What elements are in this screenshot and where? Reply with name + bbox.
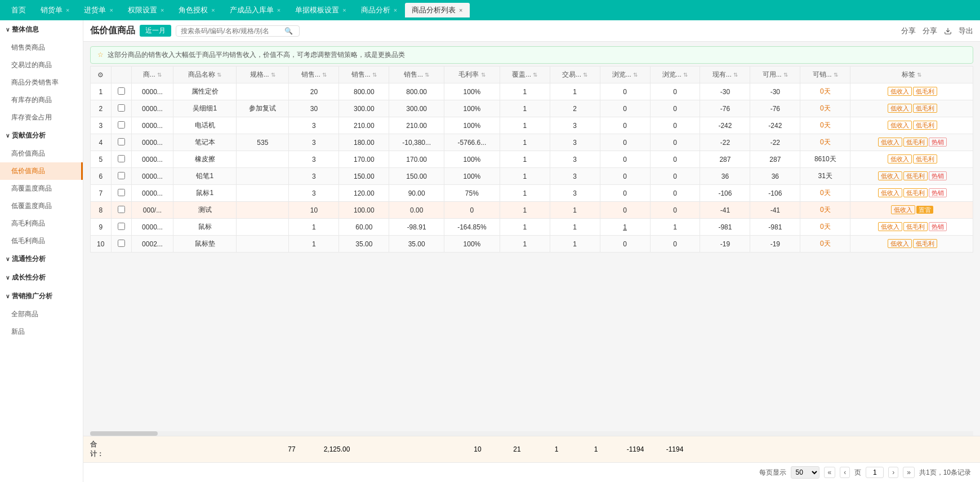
- prev-page-button[interactable]: ‹: [840, 467, 850, 478]
- filter-tag[interactable]: 近一月: [140, 25, 171, 37]
- col-header-商...[interactable]: 商... ⇅: [131, 67, 173, 83]
- sort-icon[interactable]: ⇅: [157, 72, 162, 78]
- col-header-可销...[interactable]: 可销... ⇅: [800, 67, 850, 83]
- row-select-checkbox[interactable]: [118, 138, 125, 145]
- row-checkbox[interactable]: [111, 202, 131, 219]
- row-checkbox[interactable]: [111, 168, 131, 185]
- row-select-checkbox[interactable]: [118, 172, 125, 179]
- col-header-标签[interactable]: 标签 ⇅: [850, 67, 973, 83]
- nav-close-icon[interactable]: ×: [109, 7, 113, 14]
- col-header-销售...[interactable]: 销售... ⇅: [389, 67, 444, 83]
- sidebar-item-高价值商品[interactable]: 高价值商品: [0, 145, 83, 162]
- sort-icon[interactable]: ⇅: [217, 72, 221, 78]
- row-select-checkbox[interactable]: [118, 240, 125, 247]
- col-header-交易...[interactable]: 交易... ⇅: [550, 67, 600, 83]
- search-input[interactable]: [181, 27, 282, 35]
- nav-close-icon[interactable]: ×: [161, 7, 164, 14]
- col-header-毛利率[interactable]: 毛利率 ⇅: [444, 67, 500, 83]
- sidebar-group-贡献值分析[interactable]: ∨ 贡献值分析: [0, 126, 83, 145]
- nav-close-icon[interactable]: ×: [394, 7, 397, 14]
- nav-close-icon[interactable]: ×: [459, 7, 462, 14]
- row-select-checkbox[interactable]: [118, 104, 125, 112]
- sidebar-group-流通性分析[interactable]: ∨ 流通性分析: [0, 250, 83, 268]
- nav-item-产成品入库单[interactable]: 产成品入库单×: [223, 3, 287, 17]
- sort-icon[interactable]: ⇅: [481, 72, 485, 78]
- col-header-可用...[interactable]: 可用... ⇅: [750, 67, 800, 83]
- sidebar-group-整体信息[interactable]: ∨ 整体信息: [0, 20, 83, 39]
- sort-icon[interactable]: ⇅: [834, 72, 838, 78]
- sort-icon[interactable]: ⇅: [633, 72, 638, 78]
- sort-icon[interactable]: ⇅: [322, 72, 327, 78]
- row-checkbox[interactable]: [111, 117, 131, 134]
- row-checkbox[interactable]: [111, 219, 131, 236]
- row-checkbox[interactable]: [111, 100, 131, 117]
- sidebar-item-高毛利商品[interactable]: 高毛利商品: [0, 215, 83, 232]
- row-browse1[interactable]: 0: [600, 202, 650, 219]
- nav-item-权限设置[interactable]: 权限设置×: [121, 3, 171, 17]
- last-page-button[interactable]: »: [903, 467, 915, 478]
- col-header-销售...[interactable]: 销售... ⇅: [289, 67, 339, 83]
- nav-close-icon[interactable]: ×: [277, 7, 280, 14]
- export-button[interactable]: [944, 26, 952, 36]
- sidebar-item-低价值商品[interactable]: 低价值商品: [0, 162, 83, 180]
- nav-item-商品分析列表[interactable]: 商品分析列表×: [405, 3, 469, 17]
- sidebar-group-成长性分析[interactable]: ∨ 成长性分析: [0, 268, 83, 287]
- sidebar-item-有库存的商品[interactable]: 有库存的商品: [0, 91, 83, 109]
- row-browse1[interactable]: 1: [600, 219, 650, 236]
- search-icon[interactable]: 🔍: [284, 27, 293, 35]
- col-header-规格...[interactable]: 规格... ⇅: [237, 67, 289, 83]
- row-checkbox[interactable]: [111, 185, 131, 202]
- col-header-浏览...[interactable]: 浏览... ⇅: [600, 67, 650, 83]
- sidebar-group-营销推广分析[interactable]: ∨ 营销推广分析: [0, 287, 83, 306]
- nav-item-单据模板设置[interactable]: 单据模板设置×: [288, 3, 353, 17]
- nav-close-icon[interactable]: ×: [211, 7, 215, 14]
- share-label[interactable]: 分享: [923, 26, 937, 36]
- row-checkbox[interactable]: [111, 236, 131, 253]
- nav-item-进货单[interactable]: 进货单×: [77, 3, 119, 17]
- sidebar-item-新品[interactable]: 新品: [0, 323, 83, 341]
- row-browse1[interactable]: 0: [600, 236, 650, 253]
- row-browse1[interactable]: 0: [600, 185, 650, 202]
- row-browse1[interactable]: 0: [600, 117, 650, 134]
- sort-icon[interactable]: ⇅: [783, 72, 788, 78]
- row-browse1[interactable]: 0: [600, 83, 650, 100]
- col-header-覆盖...[interactable]: 覆盖... ⇅: [500, 67, 550, 83]
- row-select-checkbox[interactable]: [118, 87, 125, 95]
- sort-icon[interactable]: ⇅: [583, 72, 587, 78]
- sidebar-item-低毛利商品[interactable]: 低毛利商品: [0, 232, 83, 250]
- page-size-select[interactable]: 50 100: [791, 466, 819, 479]
- row-select-checkbox[interactable]: [118, 223, 125, 230]
- nav-close-icon[interactable]: ×: [342, 7, 346, 14]
- row-checkbox[interactable]: [111, 151, 131, 168]
- export-label[interactable]: 导出: [959, 26, 973, 36]
- col-header-现有...[interactable]: 现有... ⇅: [700, 67, 750, 83]
- sidebar-item-商品分类销售率[interactable]: 商品分类销售率: [0, 74, 83, 91]
- nav-item-销货单[interactable]: 销货单×: [34, 3, 76, 17]
- row-checkbox[interactable]: [111, 134, 131, 151]
- row-select-checkbox[interactable]: [118, 121, 125, 129]
- sort-icon[interactable]: ⇅: [425, 72, 429, 78]
- nav-item-商品分析[interactable]: 商品分析×: [354, 3, 404, 17]
- sidebar-item-低覆盖度商品[interactable]: 低覆盖度商品: [0, 197, 83, 215]
- nav-item-首页[interactable]: 首页: [5, 3, 33, 17]
- nav-item-角色授权[interactable]: 角色授权×: [172, 3, 221, 17]
- sort-icon[interactable]: ⇅: [683, 72, 688, 78]
- sidebar-item-高覆盖度商品[interactable]: 高覆盖度商品: [0, 180, 83, 197]
- sort-icon[interactable]: ⇅: [733, 72, 738, 78]
- sort-icon[interactable]: ⇅: [372, 72, 377, 78]
- page-number-input[interactable]: [866, 467, 884, 478]
- share-button[interactable]: 分享: [901, 26, 916, 36]
- nav-close-icon[interactable]: ×: [66, 7, 69, 14]
- sort-icon[interactable]: ⇅: [533, 72, 537, 78]
- first-page-button[interactable]: «: [824, 467, 836, 478]
- sidebar-item-销售类商品[interactable]: 销售类商品: [0, 39, 83, 56]
- col-header-商品名称[interactable]: 商品名称 ⇅: [173, 67, 237, 83]
- row-select-checkbox[interactable]: [118, 155, 125, 162]
- sidebar-item-全部商品[interactable]: 全部商品: [0, 306, 83, 323]
- scrollbar-thumb[interactable]: [90, 431, 158, 436]
- scrollbar[interactable]: [90, 431, 973, 436]
- sort-icon[interactable]: ⇅: [917, 72, 921, 78]
- row-browse1[interactable]: 0: [600, 134, 650, 151]
- row-select-checkbox[interactable]: [118, 206, 125, 213]
- row-browse1[interactable]: 0: [600, 151, 650, 168]
